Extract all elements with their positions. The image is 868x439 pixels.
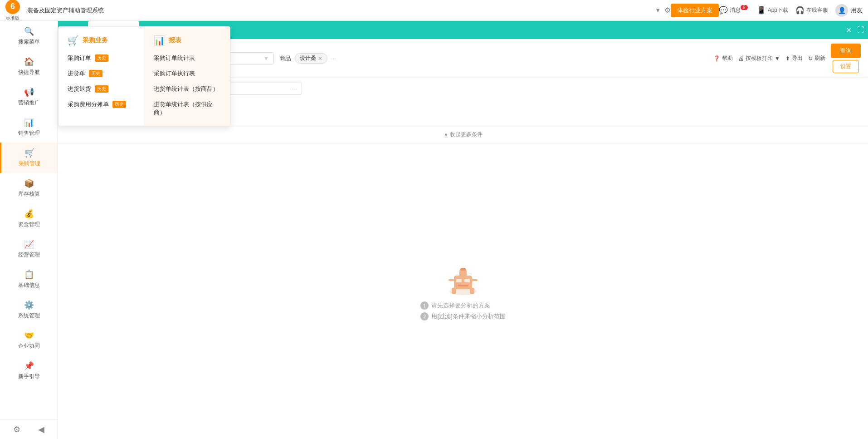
sidebar-item-search[interactable]: 🔍 搜索菜单 — [0, 21, 58, 51]
svg-rect-5 — [459, 270, 467, 276]
tab-bar-actions: ✕ ⛶ — [846, 26, 864, 35]
svg-rect-6 — [460, 268, 466, 271]
system-title: 装备及固定资产辅助管理系统 — [27, 6, 653, 15]
sidebar-item-label: 系统管理 — [18, 312, 40, 320]
sidebar-item-operation[interactable]: 📈 经营管理 — [0, 234, 58, 264]
svg-rect-2 — [456, 279, 462, 282]
industry-btn[interactable]: 体验行业方案 — [671, 4, 719, 17]
tab-close-all-icon[interactable]: ✕ — [846, 26, 852, 35]
settings-icon[interactable]: ⚙ — [664, 6, 671, 15]
sidebar-item-purchase[interactable]: 🛒 采购管理 — [0, 143, 58, 173]
header-actions: ❓ 帮助 🖨 按模板打印 ▼ ⬆ 导出 ↻ — [713, 44, 861, 73]
money-icon: 💰 — [24, 209, 34, 219]
sidebar: 🔍 搜索菜单 🏠 快捷导航 📢 营销推广 📊 销售管理 🛒 采购管理 📦 — [0, 21, 58, 439]
dropdown-item-stock-return[interactable]: 进货退货 历史 — [59, 81, 144, 97]
sidebar-item-basic[interactable]: 📋 基础信息 — [0, 264, 58, 295]
cart-icon: 🛒 — [24, 148, 34, 158]
user-avatar: 👤 — [835, 4, 848, 17]
home-icon: 🏠 — [24, 57, 34, 67]
dropdown-item-stock-stats-goods[interactable]: 进货单统计表（按商品） — [145, 81, 230, 97]
report-col-header: 📊 报表 — [145, 32, 230, 50]
empty-hints: 1 请先选择要分析的方案 2 用[过滤]条件来缩小分析范围 — [420, 301, 505, 323]
empty-state: 1 请先选择要分析的方案 2 用[过滤]条件来缩小分析范围 — [58, 143, 868, 439]
purchase-col-header: 🛒 采购业务 — [59, 32, 144, 50]
sidebar-item-system[interactable]: ⚙️ 系统管理 — [0, 295, 58, 325]
sidebar-item-label: 新手引导 — [18, 373, 40, 380]
help-btn[interactable]: ❓ 帮助 — [713, 54, 733, 62]
hint-1: 1 请先选择要分析的方案 — [420, 301, 505, 310]
sidebar-item-quick[interactable]: 🏠 快捷导航 — [0, 51, 58, 82]
user-name: 用友 — [851, 6, 863, 15]
goods-tag-close[interactable]: ✕ — [318, 55, 322, 62]
query-btn[interactable]: 查询 — [831, 44, 861, 58]
app-container: 6 标准版 装备及固定资产辅助管理系统 ▼ ⚙ 体验行业方案 💬 消息 9 📱 … — [0, 0, 868, 439]
report-header-icon: 📊 — [154, 35, 165, 46]
msg-icon: 💬 — [719, 6, 728, 15]
logo-text: 标准版 — [6, 15, 20, 21]
svg-rect-9 — [452, 288, 456, 294]
sidebar-settings-btn[interactable]: ⚙ — [13, 424, 20, 434]
sidebar-item-label: 资金管理 — [18, 221, 40, 228]
goods-label: 商品 — [279, 54, 291, 63]
headset-icon: 🎧 — [795, 6, 805, 15]
query-set-group: 查询 设置 — [831, 44, 861, 73]
online-service-btn[interactable]: 🎧 在线客服 — [795, 6, 828, 15]
sidebar-item-newbie[interactable]: 📌 新手引导 — [0, 355, 58, 386]
sidebar-bottom: ⚙ ◀ — [0, 419, 58, 439]
sidebar-item-capital[interactable]: 💰 资金管理 — [0, 203, 58, 234]
sidebar-collapse-btn[interactable]: ◀ — [38, 424, 44, 434]
gear-icon: ⚙️ — [24, 300, 34, 310]
purchase-dropdown-menu: 🛒 采购业务 采购订单 历史 进货单 历史 进货退货 历史 采购费用分摊单 历史 — [58, 26, 230, 126]
refresh-btn[interactable]: ↻ 刷新 — [808, 54, 825, 62]
hint-2: 2 用[过滤]条件来缩小分析范围 — [420, 312, 505, 321]
top-bar-actions: 💬 消息 9 📱 App下载 🎧 在线客服 👤 用友 — [719, 4, 863, 17]
collapse-row: ∧ 收起更多条件 — [58, 126, 868, 143]
dropdown-item-stock-in[interactable]: 进货单 历史 — [59, 66, 144, 81]
sidebar-item-stock[interactable]: 📦 库存核算 — [0, 173, 58, 203]
svg-rect-1 — [454, 276, 472, 289]
doc-icon: 📋 — [24, 270, 34, 280]
msg-badge: 9 — [741, 5, 748, 10]
svg-rect-4 — [458, 285, 468, 286]
msg-btn[interactable]: 💬 消息 9 — [719, 6, 750, 15]
status-arrow-icon: ▼ — [263, 55, 269, 62]
tab-fullscreen-icon[interactable]: ⛶ — [857, 26, 864, 34]
purchase-header-icon: 🛒 — [68, 35, 79, 46]
svg-rect-3 — [464, 279, 470, 282]
box-icon: 📦 — [24, 178, 34, 188]
set-btn[interactable]: 设置 — [833, 60, 859, 73]
dropdown-item-po-stats[interactable]: 采购订单统计表 — [145, 50, 230, 66]
export-btn[interactable]: ⬆ 导出 — [785, 54, 803, 62]
sidebar-item-label: 销售管理 — [18, 129, 40, 137]
print-btn[interactable]: 🖨 按模板打印 ▼ — [738, 54, 780, 62]
sidebar-item-label: 采购管理 — [19, 160, 40, 168]
help-circle-icon: ❓ — [713, 55, 720, 62]
sidebar-item-label: 企业协同 — [18, 342, 40, 350]
collapse-up-icon: ∧ — [444, 132, 448, 138]
system-title-dropdown[interactable]: ▼ — [655, 7, 661, 14]
sidebar-item-marketing[interactable]: 📢 营销推广 — [0, 82, 58, 112]
user-area[interactable]: 👤 用友 — [835, 4, 863, 17]
collapse-btn[interactable]: ∧ 收起更多条件 — [444, 131, 483, 138]
dropdown-item-stock-stats-supplier[interactable]: 进货单统计表（按供应商） — [145, 97, 230, 120]
operation-icon: 📈 — [24, 239, 34, 249]
dropdown-item-purchase-expense[interactable]: 采购费用分摊单 历史 — [59, 97, 144, 112]
search-icon: 🔍 — [24, 26, 34, 36]
dropdown-item-purchase-order[interactable]: 采购订单 历史 — [59, 50, 144, 66]
goods-more-dots[interactable]: ··· — [331, 55, 336, 62]
sidebar-item-label: 搜索菜单 — [18, 38, 40, 46]
sidebar-item-label: 基础信息 — [18, 281, 40, 289]
purchase-col: 🛒 采购业务 采购订单 历史 进货单 历史 进货退货 历史 采购费用分摊单 历史 — [59, 27, 145, 126]
print-icon: 🖨 — [738, 55, 744, 62]
dropdown-item-po-exec[interactable]: 采购订单执行表 — [145, 66, 230, 81]
sidebar-item-cooperation[interactable]: 🤝 企业协同 — [0, 325, 58, 355]
salesman-dots[interactable]: ··· — [292, 85, 297, 92]
print-dropdown-icon[interactable]: ▼ — [775, 55, 780, 62]
app-download-btn[interactable]: 📱 App下载 — [757, 6, 788, 15]
handshake-icon: 🤝 — [24, 330, 34, 340]
history-badge-3: 历史 — [112, 101, 126, 108]
empty-illustration — [440, 260, 486, 296]
sidebar-item-label: 快捷导航 — [18, 69, 40, 76]
refresh-icon: ↻ — [808, 55, 813, 62]
sidebar-item-sales[interactable]: 📊 销售管理 — [0, 112, 58, 143]
